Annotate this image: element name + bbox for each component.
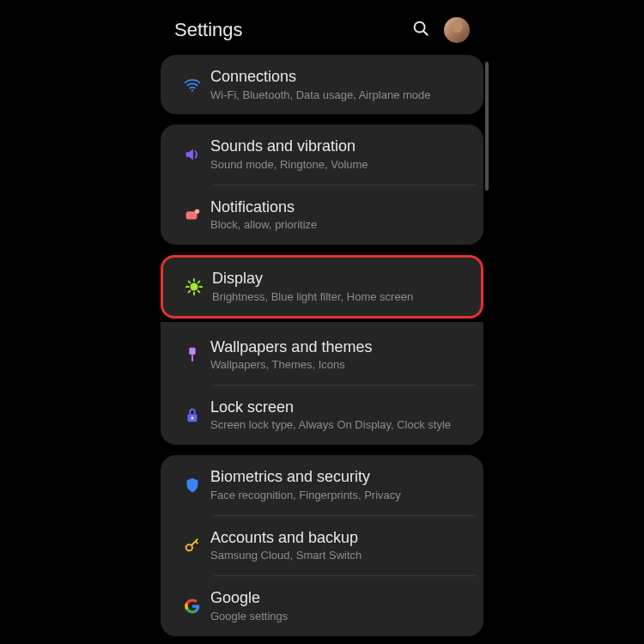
- settings-item-display[interactable]: Display Brightness, Blue light filter, H…: [163, 258, 481, 315]
- notifications-icon: [174, 205, 210, 224]
- svg-line-13: [198, 281, 200, 283]
- svg-line-10: [189, 281, 191, 283]
- settings-item-biometrics[interactable]: Biometrics and security Face recognition…: [161, 455, 483, 514]
- item-title: Lock screen: [210, 398, 471, 417]
- google-icon: [174, 597, 210, 616]
- paint-icon: [174, 345, 210, 364]
- svg-point-17: [191, 416, 194, 419]
- settings-item-wallpapers[interactable]: Wallpapers and themes Wallpapers, Themes…: [161, 325, 483, 385]
- svg-point-5: [191, 283, 197, 289]
- speaker-icon: [174, 145, 210, 164]
- item-subtitle: Screen lock type, Always On Display, Clo…: [210, 418, 471, 433]
- item-title: Notifications: [210, 197, 471, 217]
- settings-item-sounds[interactable]: Sounds and vibration Sound mode, Rington…: [161, 125, 483, 184]
- svg-line-12: [189, 290, 191, 292]
- settings-group-highlighted: Display Brightness, Blue light filter, H…: [161, 255, 483, 318]
- wifi-icon: [174, 76, 210, 94]
- settings-list: Connections Wi-Fi, Bluetooth, Data usage…: [155, 55, 489, 636]
- item-title: Connections: [210, 67, 471, 87]
- settings-group: Sounds and vibration Sound mode, Rington…: [161, 125, 483, 245]
- settings-item-lockscreen[interactable]: Lock screen Screen lock type, Always On …: [161, 386, 483, 445]
- brightness-icon: [176, 277, 212, 296]
- key-icon: [174, 536, 210, 555]
- item-title: Accounts and backup: [210, 528, 471, 548]
- item-subtitle: Sound mode, Ringtone, Volume: [210, 158, 471, 173]
- settings-item-connections[interactable]: Connections Wi-Fi, Bluetooth, Data usage…: [161, 55, 483, 114]
- settings-item-accounts[interactable]: Accounts and backup Samsung Cloud, Smart…: [161, 516, 483, 575]
- item-subtitle: Google settings: [210, 610, 471, 624]
- header: Settings: [155, 0, 489, 55]
- item-title: Display: [212, 269, 469, 289]
- item-title: Biometrics and security: [210, 467, 471, 487]
- item-subtitle: Wi-Fi, Bluetooth, Data usage, Airplane m…: [210, 88, 471, 103]
- settings-group: Biometrics and security Face recognition…: [161, 455, 483, 635]
- page-title: Settings: [174, 19, 243, 41]
- scrollbar[interactable]: [485, 62, 489, 191]
- item-title: Wallpapers and themes: [210, 337, 471, 357]
- svg-point-2: [191, 89, 193, 91]
- item-title: Google: [210, 588, 471, 608]
- search-icon[interactable]: [411, 19, 430, 41]
- svg-point-18: [186, 545, 192, 551]
- lock-icon: [174, 406, 210, 425]
- item-subtitle: Wallpapers, Themes, Icons: [210, 358, 471, 373]
- svg-point-0: [415, 22, 425, 33]
- avatar[interactable]: [444, 17, 470, 43]
- settings-screen: Settings: [155, 0, 489, 644]
- svg-line-20: [196, 542, 198, 544]
- item-subtitle: Brightness, Blue light filter, Home scre…: [212, 290, 469, 305]
- header-actions: [411, 17, 470, 43]
- svg-rect-14: [189, 348, 195, 355]
- item-subtitle: Block, allow, prioritize: [210, 218, 471, 233]
- item-subtitle: Face recognition, Fingerprints, Privacy: [210, 489, 471, 503]
- svg-line-1: [423, 31, 428, 35]
- settings-item-google[interactable]: Google Google settings: [161, 576, 483, 635]
- item-title: Sounds and vibration: [210, 137, 471, 156]
- settings-item-notifications[interactable]: Notifications Block, allow, prioritize: [161, 185, 483, 245]
- settings-group: Wallpapers and themes Wallpapers, Themes…: [161, 322, 483, 446]
- settings-group: Connections Wi-Fi, Bluetooth, Data usage…: [161, 55, 483, 114]
- shield-icon: [174, 476, 210, 495]
- item-subtitle: Samsung Cloud, Smart Switch: [210, 549, 471, 563]
- svg-rect-15: [191, 355, 193, 361]
- svg-point-4: [195, 210, 200, 215]
- svg-line-11: [198, 290, 200, 292]
